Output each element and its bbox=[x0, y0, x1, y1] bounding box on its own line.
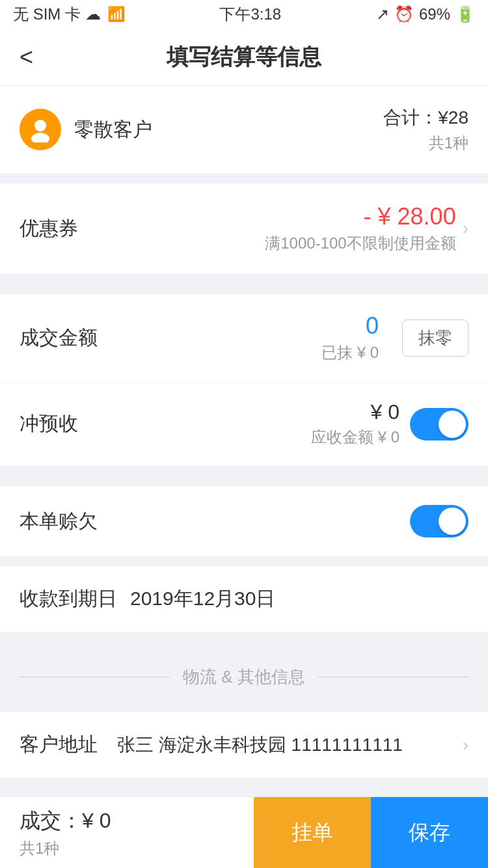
due-date-row: 收款到期日 2019年12月30日 bbox=[20, 586, 468, 612]
battery-icon: 🔋 bbox=[455, 5, 475, 23]
coupon-label: 优惠券 bbox=[20, 215, 78, 242]
transaction-amount-row: 成交金额 0 已抹 ¥ 0 抹零 bbox=[0, 294, 488, 382]
save-button[interactable]: 保存 bbox=[371, 797, 488, 869]
customer-avatar bbox=[20, 109, 61, 150]
debt-label: 本单赊欠 bbox=[20, 508, 98, 535]
divider-line-left bbox=[20, 677, 170, 677]
bottom-info: 成交：¥ 0 共1种 bbox=[0, 807, 254, 859]
customer-name: 零散客户 bbox=[74, 116, 152, 143]
avatar-icon bbox=[27, 116, 53, 142]
coupon-info: - ¥ 28.00 满1000-100不限制使用金额 bbox=[265, 203, 455, 254]
transaction-label: 成交金额 bbox=[20, 325, 98, 351]
prepayment-right: ¥ 0 应收金额 ¥ 0 bbox=[311, 400, 468, 448]
battery-level: 69% bbox=[419, 5, 450, 23]
toggle-knob bbox=[439, 411, 466, 438]
section-divider-3 bbox=[0, 642, 488, 653]
chevron-right-icon: › bbox=[463, 218, 468, 239]
sim-status: 无 SIM 卡 ☁ bbox=[13, 4, 101, 25]
due-date-section: 收款到期日 2019年12月30日 bbox=[0, 566, 488, 632]
status-right: ↗ ⏰ 69% 🔋 bbox=[376, 5, 475, 23]
status-bar: 无 SIM 卡 ☁ 📶 下午3:18 ↗ ⏰ 69% 🔋 bbox=[0, 0, 488, 29]
transaction-value[interactable]: 0 bbox=[366, 312, 379, 339]
coupon-section[interactable]: 优惠券 - ¥ 28.00 满1000-100不限制使用金额 › bbox=[0, 183, 488, 273]
customer-section: 零散客户 合计：¥28 共1种 bbox=[0, 86, 488, 173]
logistics-label: 物流 & 其他信息 bbox=[183, 666, 305, 688]
svg-point-1 bbox=[31, 133, 49, 142]
divider-line-right bbox=[318, 677, 468, 677]
debt-section: 本单赊欠 bbox=[0, 487, 488, 556]
transaction-section: 成交金额 0 已抹 ¥ 0 抹零 冲预收 ¥ 0 应收金额 ¥ 0 bbox=[0, 294, 488, 466]
prepayment-toggle[interactable] bbox=[410, 408, 468, 441]
prepayment-sub: 应收金额 ¥ 0 bbox=[311, 427, 400, 448]
page-title: 填写结算等信息 bbox=[167, 42, 321, 72]
customer-count: 共1种 bbox=[383, 133, 468, 154]
address-chevron-icon: › bbox=[463, 735, 468, 755]
address-section[interactable]: 客户地址 张三 海淀永丰科技园 11111111111 › bbox=[0, 712, 488, 778]
status-left: 无 SIM 卡 ☁ 📶 bbox=[13, 4, 125, 25]
status-time: 下午3:18 bbox=[219, 4, 281, 25]
back-button[interactable]: < bbox=[20, 44, 33, 71]
section-divider-1 bbox=[0, 284, 488, 294]
transaction-right: 0 已抹 ¥ 0 抹零 bbox=[321, 312, 468, 363]
debt-toggle-knob bbox=[439, 508, 466, 535]
coupon-amount: - ¥ 28.00 bbox=[265, 203, 455, 230]
nav-bar: < 填写结算等信息 bbox=[0, 29, 488, 86]
bottom-deal-label: 成交： bbox=[20, 809, 82, 832]
amount-block: 0 已抹 ¥ 0 bbox=[321, 312, 379, 363]
customer-summary: 合计：¥28 共1种 bbox=[383, 105, 468, 154]
content-area: 零散客户 合计：¥28 共1种 优惠券 - ¥ 28.00 满1000-100不… bbox=[0, 86, 488, 866]
debt-toggle[interactable] bbox=[410, 505, 468, 537]
bottom-bar: 成交：¥ 0 共1种 挂单 保存 bbox=[0, 796, 488, 868]
debt-row: 本单赊欠 bbox=[0, 487, 488, 556]
address-label: 客户地址 bbox=[20, 731, 98, 758]
prepayment-amount: ¥ 0 bbox=[311, 400, 400, 424]
coupon-right: - ¥ 28.00 满1000-100不限制使用金额 › bbox=[265, 203, 468, 254]
location-icon: ↗ bbox=[376, 5, 389, 23]
customer-info: 零散客户 bbox=[20, 109, 152, 150]
transaction-sub: 已抹 ¥ 0 bbox=[321, 342, 379, 363]
bottom-deal-amount: ¥ 0 bbox=[82, 809, 111, 832]
prepayment-amount-block: ¥ 0 应收金额 ¥ 0 bbox=[311, 400, 400, 448]
svg-point-0 bbox=[34, 120, 46, 131]
prepayment-label: 冲预收 bbox=[20, 411, 78, 437]
coupon-desc: 满1000-100不限制使用金额 bbox=[265, 233, 455, 254]
due-date-label: 收款到期日 bbox=[20, 586, 117, 612]
bottom-count: 共1种 bbox=[20, 838, 234, 859]
section-divider-2 bbox=[0, 476, 488, 487]
bottom-deal-text: 成交：¥ 0 bbox=[20, 807, 234, 835]
section-divider-4 bbox=[0, 701, 488, 712]
pending-button[interactable]: 挂单 bbox=[254, 797, 371, 869]
prepayment-row: 冲预收 ¥ 0 应收金额 ¥ 0 bbox=[0, 382, 488, 466]
customer-total: 合计：¥28 bbox=[383, 105, 468, 130]
due-date-value[interactable]: 2019年12月30日 bbox=[130, 586, 275, 612]
alarm-icon: ⏰ bbox=[394, 5, 414, 23]
address-value: 张三 海淀永丰科技园 11111111111 bbox=[117, 733, 463, 757]
logistics-divider: 物流 & 其他信息 bbox=[0, 653, 488, 701]
wifi-icon: 📶 bbox=[107, 6, 125, 23]
round-off-button[interactable]: 抹零 bbox=[402, 319, 468, 357]
